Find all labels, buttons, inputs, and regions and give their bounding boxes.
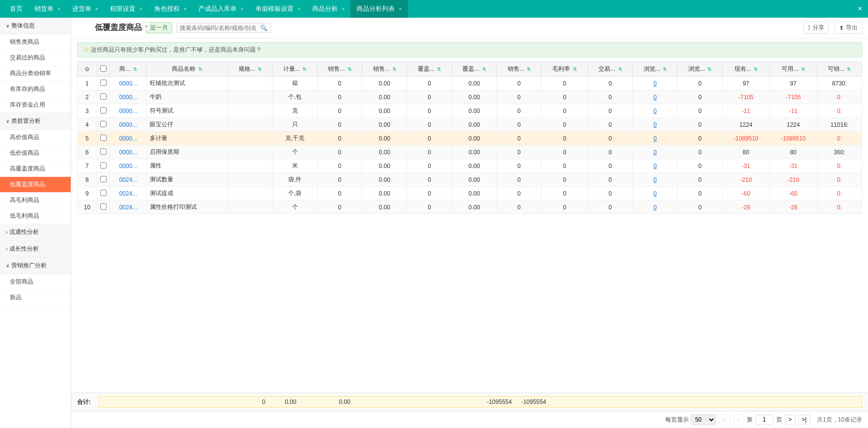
prev-page-btn[interactable]: < — [733, 415, 744, 425]
nav-product-analysis[interactable]: 商品分析 × — [306, 0, 351, 18]
row-browse1[interactable]: 0 — [633, 173, 678, 187]
row-browse1[interactable]: 0 — [633, 187, 678, 200]
row-checkbox-cell[interactable] — [97, 118, 109, 132]
sidebar-item-inventory-capital[interactable]: 库存资金占用 — [0, 97, 71, 113]
sidebar-item-low-value[interactable]: 低价值商品 — [0, 145, 71, 161]
close-sales-order[interactable]: × — [57, 6, 60, 12]
row-browse1[interactable]: 0 — [633, 159, 678, 173]
first-page-btn[interactable]: |< — [719, 415, 731, 425]
sidebar-section-growth[interactable]: › 成长性分析 — [0, 241, 71, 257]
close-product-analysis[interactable]: × — [342, 6, 345, 12]
row-checkbox-cell[interactable] — [97, 145, 109, 159]
col-saleable[interactable]: 可销... ⇅ — [817, 62, 862, 77]
nav-finished-goods[interactable]: 产成品入库单 × — [192, 0, 249, 18]
nav-product-analysis-list[interactable]: 商品分析列表 × — [351, 0, 407, 18]
sidebar-section-flow[interactable]: › 流通性分析 — [0, 224, 71, 241]
row-checkbox[interactable] — [100, 135, 107, 141]
row-checkbox-cell[interactable] — [97, 77, 109, 90]
search-icon[interactable]: 🔍 — [260, 25, 268, 31]
row-checkbox[interactable] — [100, 190, 107, 196]
col-available[interactable]: 可用... ⇅ — [770, 62, 817, 77]
col-code[interactable]: 商... ⇅ — [109, 62, 146, 77]
sidebar-item-high-margin[interactable]: 高毛利商品 — [0, 193, 71, 208]
col-checkbox[interactable] — [97, 62, 109, 77]
row-checkbox-cell[interactable] — [97, 132, 109, 145]
col-unit[interactable]: 计量... ⇅ — [272, 62, 317, 77]
next-page-btn[interactable]: > — [785, 415, 795, 425]
nav-purchase-order[interactable]: 进货单 × — [66, 0, 104, 18]
col-current[interactable]: 现有... ⇅ — [722, 62, 769, 77]
sidebar-section-cluster[interactable]: ∨ 类群置分析 — [0, 113, 71, 130]
close-product-analysis-list[interactable]: × — [399, 6, 402, 12]
nav-role-auth[interactable]: 角色授权 × — [148, 0, 192, 18]
export-button[interactable]: ⬆ 导出 — [835, 22, 862, 34]
sidebar-item-high-value[interactable]: 高价值商品 — [0, 130, 71, 145]
close-finished-goods[interactable]: × — [241, 6, 244, 12]
row-checkbox[interactable] — [100, 176, 107, 182]
col-browse1[interactable]: 浏览... ⇅ — [633, 62, 678, 77]
row-checkbox[interactable] — [100, 121, 107, 127]
row-browse2: 0 — [678, 104, 722, 118]
row-checkbox-cell[interactable] — [97, 159, 109, 173]
sidebar-section-overall[interactable]: ∨ 整体信息 — [0, 18, 71, 34]
sidebar-item-all-goods[interactable]: 全部商品 — [0, 274, 71, 290]
sidebar-item-traded-goods[interactable]: 交易过的商品 — [0, 50, 71, 66]
col-spec[interactable]: 规格... ⇅ — [228, 62, 272, 77]
sidebar-section-marketing[interactable]: ∨ 营销推广分析 — [0, 257, 71, 274]
col-sales-amt[interactable]: 销售... ⇅ — [362, 62, 407, 77]
page-number-input[interactable] — [756, 415, 773, 425]
search-input[interactable] — [180, 25, 258, 31]
page-size-dropdown[interactable]: 50 100 200 — [691, 414, 716, 425]
row-browse1[interactable]: 0 — [633, 132, 678, 145]
col-sales-qty[interactable]: 销售... ⇅ — [317, 62, 362, 77]
row-browse1[interactable]: 0 — [633, 200, 678, 214]
col-gross-margin[interactable]: 毛利率 ⇅ — [542, 62, 588, 77]
close-permission[interactable]: × — [139, 6, 142, 12]
row-checkbox-cell[interactable] — [97, 90, 109, 104]
sidebar-item-new-goods[interactable]: 新品 — [0, 290, 71, 306]
row-checkbox[interactable] — [100, 162, 107, 169]
close-purchase-order[interactable]: × — [95, 6, 98, 12]
nav-permission[interactable]: 权限设置 × — [104, 0, 148, 18]
col-settings[interactable]: ⚙ — [78, 62, 97, 77]
row-browse1[interactable]: 0 — [633, 77, 678, 90]
row-sales-qty: 0 — [317, 145, 362, 159]
col-transaction[interactable]: 交易... ⇅ — [588, 62, 632, 77]
row-checkbox-cell[interactable] — [97, 104, 109, 118]
col-name[interactable]: 商品名称 ⇅ — [147, 62, 228, 77]
sidebar-collapse-btn[interactable]: « — [142, 22, 150, 30]
sidebar-item-high-coverage[interactable]: 高覆盖度商品 — [0, 161, 71, 177]
nav-sales-order[interactable]: 销货单 × — [28, 0, 66, 18]
nav-home[interactable]: 首页 — [4, 0, 28, 18]
row-browse1[interactable]: 0 — [633, 90, 678, 104]
row-cov1: 0 — [407, 132, 452, 145]
row-browse1[interactable]: 0 — [633, 104, 678, 118]
row-checkbox[interactable] — [100, 107, 107, 114]
sidebar-item-low-coverage[interactable]: 低覆盖度商品 — [0, 177, 71, 193]
nav-template-settings[interactable]: 单据模板设置 × — [249, 0, 306, 18]
sidebar-item-category-rate[interactable]: 商品分类动销率 — [0, 66, 71, 82]
row-checkbox[interactable] — [100, 80, 107, 86]
row-checkbox[interactable] — [100, 148, 107, 155]
sidebar-item-low-margin[interactable]: 低毛利商品 — [0, 208, 71, 224]
row-checkbox-cell[interactable] — [97, 187, 109, 200]
col-browse2[interactable]: 浏览... ⇅ — [678, 62, 722, 77]
select-all-checkbox[interactable] — [100, 65, 107, 72]
last-page-btn[interactable]: >| — [798, 415, 810, 425]
row-checkbox-cell[interactable] — [97, 173, 109, 187]
row-checkbox-cell[interactable] — [97, 200, 109, 214]
arrow-overall: ∨ — [6, 23, 9, 29]
row-checkbox[interactable] — [100, 93, 107, 100]
row-checkbox[interactable] — [100, 203, 107, 210]
share-button[interactable]: ⤴ 分享 — [803, 22, 829, 34]
sidebar-item-sales-goods[interactable]: 销售类商品 — [0, 34, 71, 50]
sidebar-item-in-stock[interactable]: 有库存的商品 — [0, 82, 71, 97]
row-browse1[interactable]: 0 — [633, 145, 678, 159]
close-template-settings[interactable]: × — [298, 6, 300, 12]
close-all-tabs[interactable]: × — [858, 4, 862, 13]
row-browse1[interactable]: 0 — [633, 118, 678, 132]
close-role-auth[interactable]: × — [184, 6, 187, 12]
col-sales3[interactable]: 销售... ⇅ — [497, 62, 542, 77]
col-cov1[interactable]: 覆盖... ⇅ — [407, 62, 452, 77]
col-cov2[interactable]: 覆盖... ⇅ — [452, 62, 496, 77]
